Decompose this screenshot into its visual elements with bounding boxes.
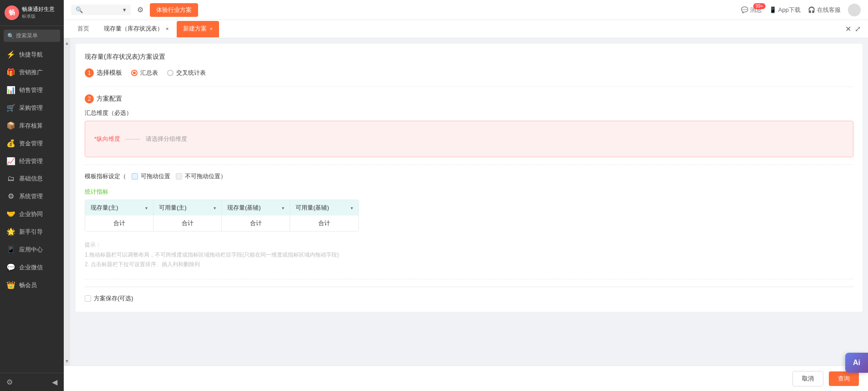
sidebar-item-label: 资金管理 xyxy=(19,139,43,148)
logo-icon: 畅 xyxy=(5,5,19,20)
stats-col-3[interactable]: 可用量(基辅) ▾ xyxy=(290,200,358,216)
col2-chevron[interactable]: ▾ xyxy=(282,206,284,211)
col1-label: 可用量(主) xyxy=(159,204,187,212)
sidebar-item-marketing[interactable]: 🎁 营销推广 xyxy=(0,63,64,81)
radio-cross[interactable]: 交叉统计表 xyxy=(167,69,206,77)
col0-chevron[interactable]: ▾ xyxy=(145,206,148,211)
scroll-up-button[interactable]: ▲ xyxy=(64,38,70,47)
sidebar-item-new-guide[interactable]: 🌟 新手引导 xyxy=(0,223,64,241)
topbar-right: 💬 消息 99+ 📱 App下载 🎧 在线客服 xyxy=(741,4,861,16)
app-center-icon: 📱 xyxy=(6,245,15,254)
stats-col-1[interactable]: 可用量(主) ▾ xyxy=(153,200,222,216)
sidebar-item-system[interactable]: ⚙ 系统管理 xyxy=(0,187,64,205)
settings-icon[interactable]: ⚙ xyxy=(6,378,13,386)
cancel-button[interactable]: 取消 xyxy=(792,371,823,386)
sidebar-item-finance[interactable]: 💰 资金管理 xyxy=(0,134,64,152)
movable-indicator: 可拖动位置 xyxy=(132,172,170,180)
sidebar-item-label: 库存核算 xyxy=(19,122,43,130)
sidebar-item-enterprise[interactable]: 🤝 企业协同 xyxy=(0,205,64,223)
topbar-search-input[interactable] xyxy=(85,7,121,13)
stats-cell-2: 合计 xyxy=(222,216,290,231)
stats-table-header: 现存量(主) ▾ 可用量(主) ▾ 现存量(基辅) ▾ xyxy=(85,200,358,216)
sidebar-item-label: 经营管理 xyxy=(19,157,43,165)
purchase-icon: 🛒 xyxy=(6,103,15,112)
inventory-tab-label: 现存量（库存状况表） xyxy=(104,25,163,33)
search-label: 搜索菜单 xyxy=(16,32,38,40)
sidebar-item-vip[interactable]: 👑 畅会员 xyxy=(0,276,64,294)
tab-home[interactable]: 首页 xyxy=(71,21,96,37)
sidebar-item-sales[interactable]: 📊 销售管理 xyxy=(0,81,64,99)
scroll-down-button[interactable]: ▼ xyxy=(64,356,70,365)
sidebar-footer: ⚙ ◀ xyxy=(0,373,64,391)
new-plan-tab-label: 新建方案 xyxy=(183,25,207,33)
user-avatar[interactable] xyxy=(848,4,861,16)
system-icon: ⚙ xyxy=(6,192,15,201)
tab-new-plan[interactable]: 新建方案 × xyxy=(177,21,219,37)
col3-chevron[interactable]: ▾ xyxy=(351,206,353,211)
stats-col-0[interactable]: 现存量(主) ▾ xyxy=(85,200,153,216)
vertical-dimension-label: *纵向维度 xyxy=(94,135,120,143)
agg-dimension-label: 汇总维度（必选） xyxy=(85,109,853,117)
stats-table: 现存量(主) ▾ 可用量(主) ▾ 现存量(基辅) ▾ xyxy=(85,200,359,232)
messages-button[interactable]: 💬 消息 99+ xyxy=(741,6,762,14)
topbar-search-box[interactable]: 🔍 ▾ xyxy=(71,5,131,15)
sidebar-item-label: 应用中心 xyxy=(19,246,43,254)
tab1-close-icon[interactable]: × xyxy=(166,26,168,31)
industry-solution-button[interactable]: 体验行业方案 xyxy=(150,3,198,17)
step2-section: 2 方案配置 汇总维度（必选） *纵向维度 —— 请选择分组维度 xyxy=(85,94,853,270)
online-service-button[interactable]: 🎧 在线客服 xyxy=(808,6,841,14)
sidebar-item-purchase[interactable]: 🛒 采购管理 xyxy=(0,99,64,117)
app-download-button[interactable]: 📱 App下载 xyxy=(769,6,801,14)
topbar-gear-icon[interactable]: ⚙ xyxy=(137,5,143,14)
ai-button[interactable]: Ai xyxy=(845,353,868,373)
enterprise-icon: 🤝 xyxy=(6,210,15,218)
dimension-box[interactable]: *纵向维度 —— 请选择分组维度 xyxy=(85,121,853,157)
save-label: 方案保存(可选) xyxy=(94,294,133,303)
tabs-controls: ✕ ⤢ xyxy=(845,25,861,33)
search-icon: 🔍 xyxy=(7,33,14,39)
basic-info-icon: 🗂 xyxy=(6,175,15,183)
hint-title: 提示： xyxy=(85,242,101,248)
vip-icon: 👑 xyxy=(6,281,15,289)
inventory-icon: 📦 xyxy=(6,121,15,130)
stats-col-2[interactable]: 现存量(基辅) ▾ xyxy=(222,200,290,216)
sidebar-item-operations[interactable]: 📈 经营管理 xyxy=(0,152,64,170)
stats-label: 统计指标 xyxy=(85,188,853,196)
ai-label: Ai xyxy=(853,359,860,367)
operations-icon: 📈 xyxy=(6,157,15,165)
tab-inventory-status[interactable]: 现存量（库存状况表） × xyxy=(97,21,175,37)
sidebar-item-inventory[interactable]: 📦 库存核算 xyxy=(0,117,64,134)
sidebar-item-quick-nav[interactable]: ⚡ 快捷导航 xyxy=(0,46,64,63)
col1-chevron[interactable]: ▾ xyxy=(214,206,216,211)
save-checkbox[interactable] xyxy=(85,295,91,302)
step1-badge: 1 xyxy=(85,68,94,77)
hint-line-2: 2. 点击标题栏下拉可设置排序、插入列和删除列 xyxy=(85,260,853,270)
sidebar-item-label: 销售管理 xyxy=(19,86,43,94)
search-icon: 🔍 xyxy=(76,6,83,13)
collapse-icon[interactable]: ◀ xyxy=(52,378,57,386)
marketing-icon: 🎁 xyxy=(6,68,15,77)
radio-summary[interactable]: 汇总表 xyxy=(131,69,158,77)
dimension-arrow: —— xyxy=(126,135,140,143)
sidebar-item-app-center[interactable]: 📱 应用中心 xyxy=(0,241,64,258)
template-indicator-text: 模板指标设定（ xyxy=(85,172,126,180)
tab-close-icon[interactable]: ✕ xyxy=(845,25,851,33)
sales-icon: 📊 xyxy=(6,86,15,94)
app-download-label: App下载 xyxy=(778,6,801,14)
not-movable-dot xyxy=(176,173,182,180)
stats-cell-0: 合计 xyxy=(85,216,153,231)
save-row: 方案保存(可选) xyxy=(85,287,853,303)
movable-label: 可拖动位置 xyxy=(141,172,170,180)
query-button[interactable]: 查询 xyxy=(829,371,859,386)
tabs-bar: 首页 现存量（库存状况表） × 新建方案 × ✕ ⤢ xyxy=(64,20,868,38)
sidebar-item-basic-info[interactable]: 🗂 基础信息 xyxy=(0,170,64,187)
sidebar-search[interactable]: 🔍 搜索菜单 xyxy=(4,30,60,42)
app-logo: 畅 畅康通好生意 标准版 xyxy=(0,0,64,26)
tab2-close-icon[interactable]: × xyxy=(209,26,212,31)
dimension-placeholder: 请选择分组维度 xyxy=(146,135,187,143)
dropdown-icon[interactable]: ▾ xyxy=(123,6,126,13)
sidebar-item-wechat[interactable]: 💬 企业微信 xyxy=(0,258,64,276)
main-content: 现存量(库存状况表)方案设置 1 选择模板 汇总表 xyxy=(70,38,868,365)
tab-expand-icon[interactable]: ⤢ xyxy=(855,25,861,33)
page-title: 现存量(库存状况表)方案设置 xyxy=(85,53,853,61)
